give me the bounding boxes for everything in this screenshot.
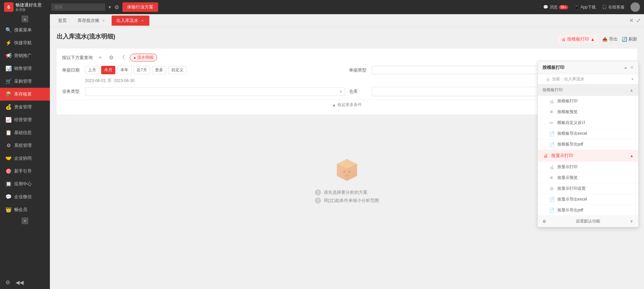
date-btn-more[interactable]: 更多 <box>152 66 166 74</box>
template-export-pdf-icon: 📄 <box>549 142 555 147</box>
inventory-icon: 📦 <box>5 91 11 97</box>
sidebar-scroll-down[interactable]: ▼ <box>22 217 28 224</box>
user-avatar <box>631 2 640 12</box>
dp-display-print-settings[interactable]: ⚙ 按显示打印设置 <box>538 183 638 194</box>
bill-type-label: 单据类型 <box>349 67 369 73</box>
cooperation-icon: 🤝 <box>5 155 11 161</box>
filter-label: 按以下方案查询 <box>62 55 93 61</box>
refresh-button[interactable]: 🔄 刷新 <box>622 36 637 42</box>
sidebar-label-app-center: 应用中心 <box>14 181 32 187</box>
dp-template-custom[interactable]: ✏ 模板自定义设计 <box>538 117 638 128</box>
print-template-button[interactable]: 🖨 按模板打印 ▲ <box>558 35 598 44</box>
date-btn-last-month[interactable]: 上月 <box>85 66 99 74</box>
date-btn-last-7-days[interactable]: 近7天 <box>134 66 150 74</box>
date-filter-field: 单据日期 上月 本月 本年 近7天 更多 自定义 <box>62 66 345 74</box>
logo-icon: 6 <box>4 2 13 12</box>
filter-settings-button[interactable]: ⚙ <box>108 54 115 61</box>
display-print-icon: 🖨 <box>549 164 555 170</box>
sidebar-item-quick-nav[interactable]: ⚡ 快捷导航 <box>0 36 50 49</box>
company-name: 畅捷通好生意 <box>16 2 42 8</box>
dropdown-panel-footer[interactable]: ⚙ 设置默认功能 ▼ <box>538 216 638 227</box>
dp-template-print[interactable]: 🖨 按模板打印 <box>538 96 638 107</box>
display-section-header[interactable]: 🖨 按显示打印 ▲ <box>538 150 638 162</box>
sidebar-collapse-icon[interactable]: ◀◀ <box>16 279 24 286</box>
app-center-icon: 🔲 <box>5 181 11 187</box>
sidebar-item-membership[interactable]: 👑 畅会员 <box>0 203 50 216</box>
sidebar-item-basic-info[interactable]: 📋 基础信息 <box>0 126 50 139</box>
dp-template-preview[interactable]: 👁 按模板预览 <box>538 107 638 117</box>
funds-icon: 💰 <box>5 104 11 110</box>
sidebar-item-app-center[interactable]: 🔲 应用中心 <box>0 178 50 190</box>
sidebar-label-purchase: 采购管理 <box>14 78 32 84</box>
sidebar-label-funds: 资金管理 <box>14 104 32 110</box>
date-btn-this-month[interactable]: 本月 <box>101 66 115 74</box>
tab-home[interactable]: 首页 <box>53 16 71 26</box>
sidebar-label-inventory: 库存核算 <box>14 91 32 97</box>
dropdown-panel-close-button[interactable]: × <box>631 64 634 71</box>
display-print-label: 按显示打印 <box>557 164 578 170</box>
export-icon: 📤 <box>602 37 608 42</box>
page-title: 出入库流水(流水明细) <box>57 32 115 41</box>
header-search-input[interactable] <box>51 3 105 11</box>
sidebar-item-search-menu[interactable]: 🔍 搜索菜单 <box>0 24 50 36</box>
sidebar-item-funds[interactable]: 💰 资金管理 <box>0 101 50 113</box>
sidebar-item-guide[interactable]: 🎯 新手引导 <box>0 165 50 178</box>
sidebar-item-system[interactable]: ⚙ 系统管理 <box>0 139 50 152</box>
date-btn-this-year[interactable]: 本年 <box>117 66 131 74</box>
search-dropdown-button[interactable]: ▾ <box>109 4 111 10</box>
header-gear-button[interactable]: ⚙ <box>114 4 119 10</box>
dp-display-preview[interactable]: 👁 按显示预览 <box>538 173 638 183</box>
sidebar-item-operations[interactable]: 📈 经营管理 <box>0 113 50 126</box>
sidebar-item-sales[interactable]: 📊 销售管理 <box>0 62 50 75</box>
sidebar-item-marketing[interactable]: 📢 营销推广 <box>0 49 50 62</box>
online-service-item[interactable]: 🎧 在线客服 <box>602 4 624 10</box>
tab-maximize-button[interactable]: ⤢ <box>636 17 641 24</box>
collapse-more-label: 收起更多条件 <box>338 102 362 108</box>
sidebar-scroll-up[interactable]: ▲ <box>22 16 28 22</box>
user-avatar-item[interactable] <box>631 2 640 12</box>
template-section-label: 按模板打印 <box>543 87 563 93</box>
enterprise-wechat-icon: 💬 <box>5 194 11 200</box>
app-download-icon: 📱 <box>574 5 579 9</box>
content-area: 首页 库存批次账 × 出入库流水 × ✕ ⤢ 出入库流水(流水明细) <box>50 14 644 289</box>
tab-stock-flow-close[interactable]: × <box>140 18 144 23</box>
template-custom-label: 模板自定义设计 <box>557 120 586 126</box>
business-type-dropdown-arrow: ▾ <box>340 89 342 94</box>
date-separator: 至 <box>108 78 112 83</box>
filter-add-button[interactable]: ＋ <box>96 53 104 62</box>
filter-collapse-button[interactable]: 《 <box>118 53 126 62</box>
online-service-label: 在线客服 <box>608 4 624 10</box>
main-layout: ▲ 🔍 搜索菜单 ⚡ 快捷导航 📢 营销推广 📊 销售管理 🛒 采购管理 📦 库… <box>0 14 644 289</box>
export-button[interactable]: 📤 导出 <box>602 36 618 42</box>
empty-hints: 1 请先选择要分析的方案 2 用[过滤]条件来缩小分析范围 <box>315 189 379 206</box>
sidebar-settings-icon[interactable]: ⚙ <box>5 279 10 286</box>
display-preview-icon: 👁 <box>549 175 555 181</box>
tab-batch-accounts[interactable]: 库存批次账 × <box>73 16 110 26</box>
dp-display-export-pdf[interactable]: 📄 按显示导出pdf <box>538 205 638 216</box>
tab-stock-flow[interactable]: 出入库流水 × <box>112 16 149 26</box>
display-section-label: 按显示打印 <box>551 153 573 159</box>
sidebar-label-sales: 销售管理 <box>14 65 32 72</box>
dp-display-print[interactable]: 🖨 按显示打印 <box>538 162 638 173</box>
sidebar-item-inventory[interactable]: 📦 库存核算 <box>0 88 50 101</box>
dp-template-export-excel[interactable]: 📄 按模板导出excel <box>538 128 638 139</box>
empty-state-icon <box>330 152 364 186</box>
tab-close-button[interactable]: ✕ <box>629 17 634 24</box>
message-item[interactable]: 💬 消息 99+ <box>543 4 568 10</box>
sidebar-item-enterprise-wechat[interactable]: 💬 企业微信 <box>0 190 50 203</box>
sidebar-item-cooperation[interactable]: 🤝 企业协同 <box>0 152 50 165</box>
app-download-item[interactable]: 📱 App下载 <box>574 4 596 10</box>
tab-batch-accounts-close[interactable]: × <box>101 18 106 23</box>
business-type-select[interactable]: ▾ <box>85 87 345 96</box>
filter-tag[interactable]: ● 流水明细 <box>130 54 157 61</box>
online-service-icon: 🎧 <box>602 5 607 9</box>
sidebar-item-purchase[interactable]: 🛒 采购管理 <box>0 75 50 88</box>
date-btn-custom[interactable]: 自定义 <box>168 66 186 74</box>
message-label: 消息 <box>550 4 558 10</box>
industry-solution-button[interactable]: 体验行业方案 <box>122 2 158 12</box>
dp-display-export-excel[interactable]: 📄 按显示导出excel <box>538 194 638 205</box>
sidebar-label-search-menu: 搜索菜单 <box>14 27 32 33</box>
dp-template-export-pdf[interactable]: 📄 按模板导出pdf <box>538 139 638 150</box>
page-content: 出入库流水(流水明细) 🖨 按模板打印 ▲ 📤 导出 🔄 刷新 <box>50 27 644 289</box>
sidebar-label-membership: 畅会员 <box>14 207 27 213</box>
